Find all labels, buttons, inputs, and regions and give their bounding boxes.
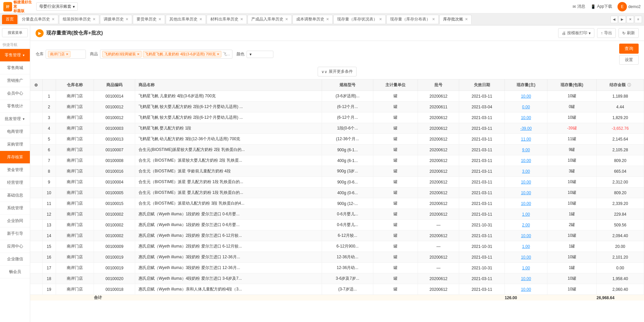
- account-selector[interactable]: 母婴行业演示账套 ▾: [36, 2, 78, 11]
- app-download-action[interactable]: 📱 App下载: [591, 4, 612, 9]
- tab-home[interactable]: 首页: [2, 15, 17, 24]
- color-dropdown[interactable]: ▾: [247, 51, 273, 58]
- tab-cailiao-chu[interactable]: 材料出库单历史 ✕: [207, 15, 247, 24]
- row-qty-main[interactable]: 10.00: [505, 187, 547, 198]
- row-qty-main[interactable]: 1.00: [505, 209, 547, 220]
- row-qty-main[interactable]: 10.00: [505, 91, 547, 102]
- row-spec: 900g (6-1...: [322, 145, 373, 155]
- settings-button[interactable]: 设置: [619, 55, 639, 65]
- sidebar-item-jichu[interactable]: 基础信息: [0, 189, 30, 202]
- search-menu-button[interactable]: 搜索菜单: [2, 28, 28, 37]
- row-qty-main[interactable]: 10.00: [505, 252, 547, 263]
- row-batch: 20200612: [418, 273, 459, 284]
- tab-xianzun-kuzhuang[interactable]: 现存量（库存状况表） ✕: [333, 15, 386, 24]
- sidebar-item-qiye-weixin[interactable]: 企业微信: [0, 253, 30, 266]
- refresh-button[interactable]: ↻ 刷新: [619, 28, 639, 38]
- close-icon[interactable]: ✕: [432, 17, 435, 21]
- product-tag-group[interactable]: 飞鹤奶粉3段两罐装 ✕ 飞鹤星飞帆 儿童奶粉 4段(3-6岁适用) 700克 ✕…: [100, 50, 232, 59]
- tab-prev-btn[interactable]: ◀: [610, 16, 618, 23]
- row-qty-main[interactable]: 10.00: [505, 230, 547, 241]
- close-icon[interactable]: ✕: [465, 17, 468, 21]
- row-qty-main[interactable]: 2.00: [505, 220, 547, 230]
- sidebar-item-lingshao-tongji[interactable]: 零售统计: [0, 100, 30, 113]
- sidebar-item-pifa[interactable]: 批发管理 ▼: [0, 113, 30, 125]
- row-qty-main[interactable]: 11.00: [505, 134, 547, 145]
- sidebar-item-yingxiao[interactable]: 营销推广: [0, 74, 30, 87]
- row-qty-pkg: 10罐: [547, 230, 597, 241]
- row-no: 14: [42, 230, 56, 241]
- sidebar-item-zijin[interactable]: 资金管理: [0, 164, 30, 176]
- row-name: 飞鹤星飞帆 婴儿配方奶粉 1段: [135, 123, 322, 134]
- row-qty-main[interactable]: 1.00: [505, 263, 547, 273]
- expand-filters-button[interactable]: ∨∨ 展开更多条件: [318, 67, 357, 76]
- sidebar-item-chaohuiyuan[interactable]: 畅会员: [0, 266, 30, 278]
- sidebar-item-xitong[interactable]: 系统管理: [0, 202, 30, 215]
- row-qty-main[interactable]: 10.00: [505, 177, 547, 187]
- warehouse-tag-group[interactable]: 南岸门店 ✕: [46, 50, 86, 59]
- col-settings[interactable]: ⚙: [30, 79, 42, 91]
- close-icon[interactable]: ✕: [379, 17, 382, 21]
- remove-product-tag-0-icon[interactable]: ✕: [137, 52, 140, 56]
- sidebar-item-lingshao-shangcheng[interactable]: 零售商城: [0, 62, 30, 74]
- sidebar-item-jingying[interactable]: 经营管理: [0, 176, 30, 189]
- row-no: 1: [42, 91, 56, 102]
- close-icon[interactable]: ✕: [285, 17, 288, 21]
- message-action[interactable]: ✉ 消息: [573, 4, 585, 9]
- tab-menu-btn[interactable]: ≡: [635, 16, 642, 23]
- sidebar-item-yingyong[interactable]: 应用中心: [0, 240, 30, 253]
- row-name: 惠氏启赋（Wyeth illuma）2段奶粉 爱尔兰进口 6-12月较...: [135, 230, 322, 241]
- row-no: 6: [42, 145, 56, 155]
- info-icon[interactable]: ⓘ: [627, 83, 631, 87]
- row-qty-main[interactable]: 10.00: [505, 273, 547, 284]
- expand-sidebar-btn[interactable]: ▶: [36, 29, 44, 37]
- row-batch: 20200612: [418, 145, 459, 155]
- query-button[interactable]: 查询: [619, 44, 639, 54]
- sidebar-item-caigou[interactable]: 采购管理: [0, 138, 30, 151]
- tab-zu-chai[interactable]: 组装拆卸单历史 ✕: [59, 15, 99, 24]
- product-filter-more[interactable]: 飞...: [223, 51, 230, 57]
- table-container[interactable]: ⚙ 仓库名称 商品编码 商品名称 规格型号 主计量单位 批号 失效日期 现存量(…: [30, 79, 644, 322]
- tab-chengben[interactable]: 成本调整单历史 ✕: [292, 15, 333, 24]
- close-icon[interactable]: ✕: [240, 17, 243, 21]
- row-qty-main[interactable]: 3.00: [505, 166, 547, 177]
- table-row: 19 南岸门店 00100018 惠氏启赋（Wyeth illuma）亲和人体儿…: [30, 284, 644, 295]
- row-qty-main[interactable]: 0.00: [505, 102, 547, 112]
- export-button[interactable]: ↑ 导出: [597, 28, 616, 38]
- remove-warehouse-tag-icon[interactable]: ✕: [66, 52, 68, 56]
- row-name: 合生元（BIOSTIME）派星幼儿配方奶粉 3段 乳铁蛋白的4...: [135, 198, 322, 209]
- sidebar-item-huiyuan[interactable]: 会员中心: [0, 87, 30, 100]
- tab-yao-huo[interactable]: 要货单历史 ✕: [133, 15, 165, 24]
- row-qty-main[interactable]: 10.00: [505, 155, 547, 166]
- sidebar-item-dianshang[interactable]: 电商管理: [0, 125, 30, 138]
- close-icon[interactable]: ✕: [326, 17, 329, 21]
- row-qty-main[interactable]: 10.00: [505, 284, 547, 295]
- close-icon[interactable]: ✕: [158, 17, 161, 21]
- row-qty-main[interactable]: -39.00: [505, 123, 547, 134]
- tab-fen-pan[interactable]: 分量盘点单历史 ✕: [18, 15, 58, 24]
- close-icon[interactable]: ✕: [199, 17, 202, 21]
- row-amount: 229.84: [597, 209, 644, 220]
- sidebar-item-xinshoudayin[interactable]: 新手引导: [0, 227, 30, 240]
- row-qty-main[interactable]: 1.00: [505, 241, 547, 252]
- sidebar-item-qiye-xietong[interactable]: 企业协同: [0, 215, 30, 227]
- tab-diao-bo[interactable]: 调拨单历史 ✕: [100, 15, 132, 24]
- row-unit: 罐: [373, 91, 418, 102]
- tab-close-btn[interactable]: ✕: [627, 16, 634, 23]
- user-area[interactable]: E demo2: [618, 2, 641, 11]
- product-tag-0: 飞鹤奶粉3段两罐装 ✕: [102, 51, 142, 57]
- tab-kucun-pici[interactable]: 库存批次账 ✕: [439, 15, 472, 24]
- row-qty-main[interactable]: 10.00: [505, 198, 547, 209]
- remove-product-tag-1-icon[interactable]: ✕: [217, 52, 219, 56]
- sidebar-item-kucun[interactable]: 库存核算: [0, 151, 30, 164]
- tab-next-btn[interactable]: ▶: [619, 16, 626, 23]
- row-qty-main[interactable]: 10.00: [505, 112, 547, 123]
- close-icon[interactable]: ✕: [125, 17, 128, 21]
- tab-qita-chu[interactable]: 其他出库单历史 ✕: [166, 15, 206, 24]
- template-print-button[interactable]: 🖨 按模板打印 ▾: [558, 28, 594, 38]
- close-icon[interactable]: ✕: [93, 17, 96, 21]
- tab-xianzun-fenbiao[interactable]: 现存量（库存分布表） ✕: [386, 15, 439, 24]
- row-qty-main[interactable]: 9.00: [505, 145, 547, 155]
- close-icon[interactable]: ✕: [52, 17, 55, 21]
- sidebar-item-lingshao[interactable]: 零售管理 ▼: [0, 49, 30, 62]
- tab-chancheng-ru[interactable]: 产成品入库单历史 ✕: [248, 15, 292, 24]
